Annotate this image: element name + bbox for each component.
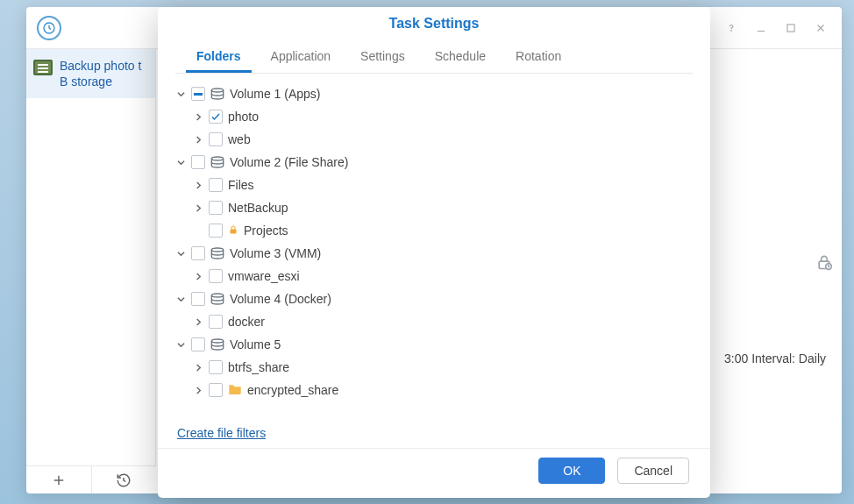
- svg-point-15: [211, 339, 223, 343]
- tree-label: btrfs_share: [228, 360, 289, 374]
- tree-item[interactable]: Projects: [193, 219, 693, 242]
- tree-label: Projects: [244, 224, 288, 238]
- tree-volume[interactable]: Volume 1 (Apps): [175, 82, 693, 105]
- checkbox[interactable]: [191, 337, 205, 351]
- task-card[interactable]: Backup photo t B storage: [26, 49, 155, 98]
- volume-icon: [210, 88, 224, 100]
- calendar-icon: [33, 60, 53, 75]
- volume-icon: [210, 247, 224, 259]
- chevron-down-icon[interactable]: [175, 90, 186, 98]
- tab-schedule[interactable]: Schedule: [424, 42, 496, 73]
- checkbox[interactable]: [191, 87, 205, 101]
- svg-rect-3: [787, 24, 794, 31]
- checkbox[interactable]: [191, 246, 205, 260]
- tree-item[interactable]: NetBackup: [193, 196, 693, 219]
- svg-point-1: [731, 30, 732, 31]
- checkbox[interactable]: [209, 315, 223, 329]
- chevron-right-icon[interactable]: [193, 318, 203, 326]
- chevron-right-icon[interactable]: [193, 204, 203, 212]
- chevron-right-icon[interactable]: [193, 181, 203, 189]
- task-settings-dialog: Task Settings Folders Application Settin…: [158, 7, 710, 498]
- chevron-down-icon[interactable]: [175, 250, 186, 258]
- tab-application[interactable]: Application: [260, 42, 342, 73]
- folder-icon: [228, 383, 242, 397]
- tree-label: Volume 4 (Docker): [230, 292, 331, 306]
- svg-point-14: [211, 294, 223, 297]
- checkbox[interactable]: [209, 178, 223, 192]
- tree-label: vmware_esxi: [228, 269, 300, 283]
- close-icon[interactable]: [810, 18, 831, 39]
- checkbox[interactable]: [209, 383, 223, 397]
- tree-label: docker: [228, 315, 265, 329]
- tree-item[interactable]: Files: [193, 174, 693, 196]
- chevron-right-icon[interactable]: [193, 273, 203, 280]
- question-icon[interactable]: [721, 18, 742, 39]
- minimize-icon[interactable]: [751, 18, 772, 39]
- lock-icon: [228, 224, 238, 238]
- svg-point-13: [211, 248, 223, 252]
- history-button[interactable]: [91, 466, 157, 493]
- tree-item[interactable]: encrypted_share: [193, 379, 693, 401]
- tree-volume[interactable]: Volume 2 (File Share): [175, 151, 693, 174]
- checkbox[interactable]: [209, 110, 223, 124]
- tree-item[interactable]: photo: [193, 105, 693, 128]
- tree-label: Volume 1 (Apps): [230, 87, 321, 101]
- tree-label: Files: [228, 178, 254, 192]
- checkbox[interactable]: [191, 292, 205, 306]
- volume-icon: [210, 293, 224, 305]
- checkbox[interactable]: [209, 224, 223, 238]
- checkbox[interactable]: [209, 132, 223, 146]
- tree-label: Volume 5: [230, 337, 281, 351]
- add-button[interactable]: [26, 466, 91, 493]
- cancel-button[interactable]: Cancel: [617, 458, 689, 484]
- task-title: Backup photo t: [60, 58, 141, 74]
- task-subtitle: B storage: [60, 74, 141, 89]
- tree-label: photo: [228, 110, 259, 124]
- chevron-right-icon[interactable]: [193, 387, 203, 394]
- folder-tree: Volume 1 (Apps) photo web Volume 2 (File…: [158, 74, 710, 418]
- svg-rect-12: [231, 229, 237, 233]
- dialog-footer: OK Cancel: [158, 448, 710, 498]
- content-lock-icon[interactable]: [815, 252, 833, 275]
- tree-label: Volume 2 (File Share): [230, 155, 348, 169]
- tree-item[interactable]: docker: [193, 310, 693, 333]
- tab-settings[interactable]: Settings: [350, 42, 416, 73]
- task-sidebar: Backup photo t B storage: [26, 49, 156, 465]
- dialog-title: Task Settings: [158, 16, 710, 32]
- checkbox[interactable]: [209, 360, 223, 374]
- sidebar-bottom-bar: [26, 465, 156, 493]
- create-file-filters-link[interactable]: Create file filters: [177, 426, 266, 440]
- tree-label: Volume 3 (VMM): [230, 246, 321, 260]
- svg-point-11: [211, 157, 223, 160]
- chevron-right-icon[interactable]: [193, 113, 203, 121]
- chevron-down-icon[interactable]: [175, 341, 186, 349]
- tree-item[interactable]: btrfs_share: [193, 356, 693, 379]
- tree-item[interactable]: vmware_esxi: [193, 265, 693, 287]
- maximize-icon[interactable]: [780, 18, 801, 39]
- tree-label: NetBackup: [228, 201, 288, 215]
- chevron-right-icon[interactable]: [193, 364, 203, 372]
- checkbox[interactable]: [209, 269, 223, 283]
- ok-button[interactable]: OK: [538, 458, 605, 484]
- svg-point-10: [211, 89, 223, 92]
- checkbox[interactable]: [209, 201, 223, 215]
- task-card-text: Backup photo t B storage: [60, 58, 141, 89]
- tab-rotation[interactable]: Rotation: [505, 42, 572, 73]
- tree-volume[interactable]: Volume 5: [175, 333, 693, 356]
- checkbox[interactable]: [191, 155, 205, 169]
- chevron-down-icon[interactable]: [175, 159, 186, 167]
- volume-icon: [210, 156, 224, 168]
- chevron-down-icon[interactable]: [175, 295, 186, 303]
- tree-label: web: [228, 132, 251, 146]
- dialog-tabs: Folders Application Settings Schedule Ro…: [175, 37, 693, 74]
- tree-item[interactable]: web: [193, 128, 693, 151]
- volume-icon: [210, 338, 224, 351]
- app-logo-icon: [37, 16, 61, 40]
- tree-label: encrypted_share: [247, 383, 338, 397]
- chevron-right-icon[interactable]: [193, 136, 203, 144]
- tree-volume[interactable]: Volume 4 (Docker): [175, 287, 693, 310]
- tree-volume[interactable]: Volume 3 (VMM): [175, 242, 693, 265]
- tab-folders[interactable]: Folders: [186, 42, 252, 73]
- interval-text: 3:00 Interval: Daily: [724, 351, 826, 366]
